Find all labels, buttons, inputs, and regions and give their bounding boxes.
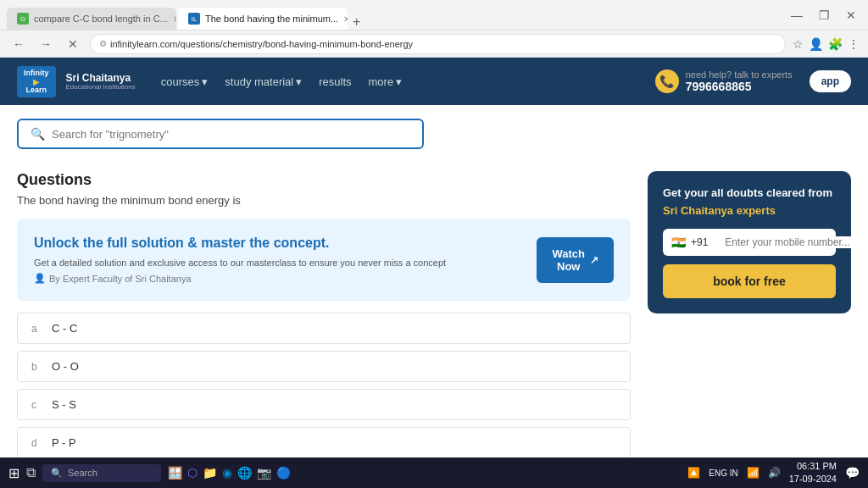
nav-courses[interactable]: courses ▾ — [161, 75, 209, 88]
task-view-icon[interactable]: ⧉ — [26, 465, 36, 480]
address-bar-container: ← → ✕ ⚙ infinitylearn.com/questions/chem… — [0, 30, 868, 58]
tabs-container: G compare C-C bond length in C... ✕ IL T… — [7, 0, 364, 30]
browser-tab-1[interactable]: G compare C-C bond length in C... ✕ — [7, 8, 176, 30]
address-text: infinitylearn.com/questions/chemistry/bo… — [110, 39, 413, 49]
more-options-button[interactable]: ⋮ — [848, 37, 860, 51]
taskbar-time-text: 06:31 PM — [789, 460, 837, 473]
question-text: The bond having the minimum bond energy … — [17, 194, 631, 207]
nav-more[interactable]: more ▾ — [369, 75, 403, 88]
options-list: a C - C b O - O c S - S d P - P — [17, 313, 631, 458]
content-left: Questions The bond having the minimum bo… — [17, 171, 631, 488]
tab-2-favicon: IL — [188, 13, 200, 25]
taskbar: ⊞ ⧉ 🔍 Search 🪟 ⬡ 📁 ◉ 🌐 📷 🔵 🔼 ENG IN 📶 🔊 … — [0, 458, 868, 488]
get-app-button[interactable]: app — [810, 70, 851, 92]
courses-chevron: ▾ — [202, 75, 208, 88]
option-b-label: b — [31, 361, 43, 373]
start-button[interactable]: ⊞ — [8, 465, 19, 481]
doubts-card: Get your all doubts cleared from Sri Cha… — [648, 171, 851, 313]
taskbar-camera-icon[interactable]: 📷 — [257, 466, 271, 480]
option-b[interactable]: b O - O — [17, 351, 631, 382]
more-chevron: ▾ — [396, 75, 402, 88]
taskbar-search[interactable]: 🔍 Search — [42, 464, 161, 482]
close-window-button[interactable]: ✕ — [841, 5, 861, 25]
nav-study-material[interactable]: study material ▾ — [225, 75, 302, 88]
helpline-label: need help? talk to experts — [686, 69, 793, 80]
option-a[interactable]: a C - C — [17, 313, 631, 344]
sidebar: Get your all doubts cleared from Sri Cha… — [648, 171, 851, 488]
site-logo[interactable]: Infinity ▶ Learn Sri Chaitanya Education… — [17, 66, 136, 97]
secure-icon: ⚙ — [99, 39, 107, 48]
option-d[interactable]: d P - P — [17, 427, 631, 458]
doubts-subtitle: Sri Chaitanya experts — [663, 204, 836, 217]
taskbar-files-icon[interactable]: 📁 — [203, 466, 217, 480]
taskbar-system-tray: 🔼 ENG IN 📶 🔊 06:31 PM 17-09-2024 💬 — [687, 460, 860, 486]
watch-now-button[interactable]: Watch Now ↗ — [537, 237, 614, 283]
tab-2-label: The bond having the minimum... — [205, 14, 338, 24]
taskbar-edge-icon[interactable]: ◉ — [222, 466, 232, 480]
tab-2-close[interactable]: ✕ — [343, 14, 348, 24]
option-d-text: P - P — [52, 436, 76, 449]
tab-1-label: compare C-C bond length in C... — [34, 14, 168, 24]
option-d-label: d — [31, 437, 43, 449]
chaitanya-sub: Educational Institutions — [66, 83, 136, 91]
book-for-free-button[interactable]: book for free — [663, 264, 836, 298]
nav-links: courses ▾ study material ▾ results more … — [161, 75, 402, 88]
study-chevron: ▾ — [296, 75, 302, 88]
taskbar-clock[interactable]: 06:31 PM 17-09-2024 — [789, 460, 837, 486]
logo-text: Infinity — [24, 69, 49, 77]
reload-button[interactable]: ✕ — [63, 34, 83, 54]
watch-label: Watch — [552, 247, 585, 260]
helpline-number: 7996668865 — [686, 80, 793, 93]
option-c-label: c — [31, 399, 43, 411]
unlock-title: Unlock the full solution & master the co… — [34, 236, 446, 251]
new-tab-button[interactable]: + — [349, 14, 364, 30]
logo-text2: Learn — [25, 86, 47, 94]
doubts-title: Get your all doubts cleared from — [663, 186, 836, 201]
helpline-section: 📞 need help? talk to experts 7996668865 — [655, 69, 793, 93]
taskbar-teams-icon[interactable]: ⬡ — [187, 466, 198, 480]
up-arrow-icon[interactable]: 🔼 — [687, 467, 700, 479]
option-a-label: a — [31, 323, 43, 335]
taskbar-search-icon: 🔍 — [51, 468, 63, 479]
phone-number-input[interactable] — [725, 236, 852, 248]
taskbar-search-label: Search — [68, 468, 97, 478]
unlock-author: 👤 By Expert Faculty of Sri Chaitanya — [34, 273, 446, 284]
browser-tab-2[interactable]: IL The bond having the minimum... ✕ — [178, 8, 348, 30]
search-section: 🔍 — [0, 105, 868, 163]
main-content: Questions The bond having the minimum bo… — [0, 163, 868, 488]
logo-arrow: ▶ — [33, 77, 40, 86]
profile-button[interactable]: 👤 — [809, 37, 823, 51]
wifi-icon[interactable]: 📶 — [747, 467, 760, 479]
forward-button[interactable]: → — [36, 34, 56, 54]
infinity-learn-logo: Infinity ▶ Learn — [17, 66, 56, 97]
option-c-text: S - S — [52, 398, 76, 411]
notification-icon[interactable]: 💬 — [845, 466, 860, 480]
extensions-button[interactable]: 🧩 — [828, 37, 843, 51]
back-button[interactable]: ← — [8, 34, 29, 54]
option-b-text: O - O — [52, 360, 79, 373]
phone-code: +91 — [691, 236, 708, 248]
minimize-button[interactable]: — — [787, 5, 807, 25]
search-bar[interactable]: 🔍 — [17, 119, 424, 149]
phone-icon: 📞 — [655, 69, 679, 93]
tab-1-close[interactable]: ✕ — [173, 14, 176, 24]
unlock-content: Unlock the full solution & master the co… — [34, 236, 446, 284]
site-navbar: Infinity ▶ Learn Sri Chaitanya Education… — [0, 58, 868, 105]
search-icon: 🔍 — [31, 127, 45, 141]
volume-icon[interactable]: 🔊 — [768, 467, 781, 479]
watch-arrow-icon: ↗ — [590, 254, 598, 266]
unlock-desc: Get a detailed solution and exclusive ac… — [34, 258, 446, 268]
phone-input-container[interactable]: 🇮🇳 +91 — [663, 229, 836, 256]
option-c[interactable]: c S - S — [17, 389, 631, 420]
bookmark-button[interactable]: ☆ — [793, 37, 804, 51]
language-icon: ENG IN — [709, 469, 737, 478]
address-bar[interactable]: ⚙ infinitylearn.com/questions/chemistry/… — [90, 34, 786, 54]
taskbar-windows-icon[interactable]: 🪟 — [168, 466, 182, 480]
search-input[interactable] — [52, 128, 410, 141]
restore-button[interactable]: ❐ — [814, 5, 834, 25]
nav-results[interactable]: results — [319, 75, 351, 88]
questions-title: Questions — [17, 171, 631, 189]
taskbar-chrome-icon[interactable]: 🌐 — [237, 466, 252, 480]
taskbar-chrome2-icon[interactable]: 🔵 — [276, 466, 291, 480]
tab-1-favicon: G — [17, 13, 29, 25]
